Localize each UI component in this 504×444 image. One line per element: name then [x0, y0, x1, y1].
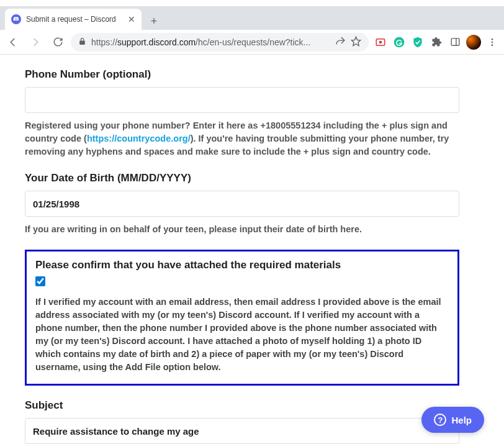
browser-toolbar: https://support.discord.com/hc/en-us/req… — [0, 30, 504, 55]
browser-menu-icon[interactable] — [484, 34, 500, 50]
back-button[interactable] — [4, 33, 22, 52]
help-label: Help — [451, 415, 472, 425]
address-bar[interactable]: https://support.discord.com/hc/en-us/req… — [71, 33, 369, 52]
phone-input[interactable] — [25, 87, 459, 113]
share-icon[interactable] — [335, 36, 346, 48]
extension-shield-icon[interactable] — [410, 34, 426, 50]
svg-rect-8 — [451, 39, 459, 45]
dob-input[interactable] — [25, 191, 459, 217]
extension-icon-1[interactable] — [372, 34, 389, 50]
subject-input[interactable] — [25, 418, 459, 444]
dob-helper-text: If you are writing in on behalf of your … — [25, 223, 459, 236]
help-widget-button[interactable]: ? Help — [421, 407, 484, 433]
extension-grammarly-icon[interactable] — [391, 34, 407, 50]
side-panel-icon[interactable] — [447, 34, 463, 50]
reload-button[interactable] — [48, 33, 67, 52]
phone-label: Phone Number (optional) — [25, 68, 459, 81]
browser-tab-active[interactable]: Submit a request – Discord ✕ — [5, 9, 142, 30]
svg-marker-4 — [351, 37, 360, 45]
subject-label: Subject — [25, 399, 459, 412]
profile-avatar[interactable] — [466, 34, 482, 50]
page-scroll-area[interactable]: Phone Number (optional) Registered using… — [0, 55, 504, 444]
form-content: Phone Number (optional) Registered using… — [0, 55, 484, 444]
tab-title: Submit a request – Discord — [26, 15, 123, 24]
discord-favicon-icon — [11, 14, 21, 24]
confirm-checkbox-row — [35, 276, 449, 288]
confirm-materials-box: Please confirm that you have attached th… — [25, 250, 459, 386]
svg-point-12 — [492, 44, 493, 46]
confirm-description: If I verified my account with an email a… — [35, 296, 449, 374]
lock-icon — [78, 37, 86, 47]
svg-point-10 — [492, 39, 493, 40]
toolbar-actions — [372, 34, 500, 50]
forward-button[interactable] — [26, 33, 45, 52]
svg-point-11 — [492, 41, 493, 43]
dob-label: Your Date of Birth (MM/DD/YYYY) — [25, 172, 459, 184]
confirm-heading: Please confirm that you have attached th… — [35, 259, 449, 271]
tab-close-icon[interactable]: ✕ — [128, 14, 135, 24]
phone-helper-text: Registered using your phone number? Ente… — [25, 119, 459, 158]
browser-tabstrip: Submit a request – Discord ✕ + — [0, 6, 504, 30]
bookmark-star-icon[interactable] — [351, 36, 361, 48]
confirm-checkbox[interactable] — [35, 276, 45, 286]
new-tab-button[interactable]: + — [145, 12, 163, 30]
url-text: https://support.discord.com/hc/en-us/req… — [91, 37, 330, 47]
extensions-puzzle-icon[interactable] — [428, 34, 444, 50]
help-question-icon: ? — [434, 414, 446, 426]
svg-point-6 — [379, 40, 382, 43]
countrycode-link[interactable]: https://countrycode.org/ — [87, 134, 191, 143]
page-viewport: Phone Number (optional) Registered using… — [0, 55, 504, 444]
